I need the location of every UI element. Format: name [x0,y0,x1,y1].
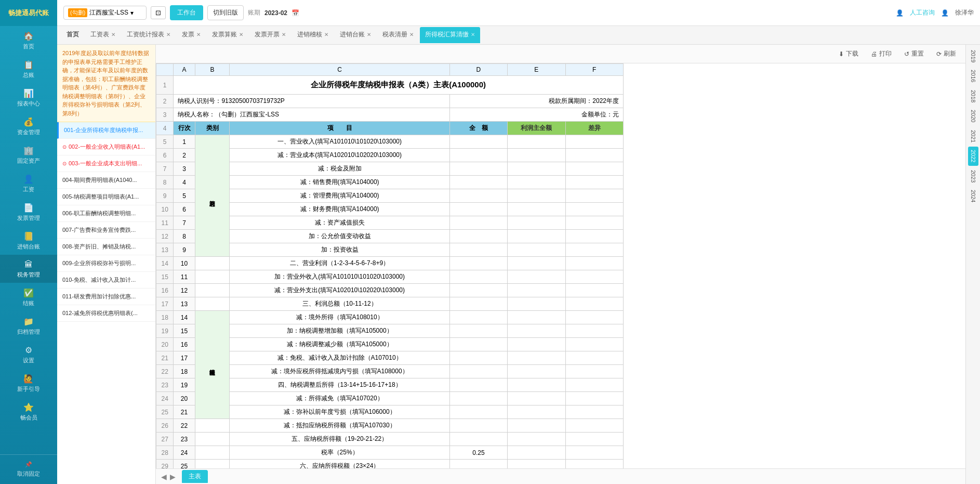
lirun-cell[interactable] [508,338,565,351]
quane-cell[interactable] [449,433,507,446]
chay-cell[interactable] [565,216,623,230]
xiangmu-cell[interactable]: 减：纳税调整减少额（填写A105000） [230,338,449,351]
lirun-cell[interactable] [508,311,565,324]
chay-cell[interactable] [565,203,623,216]
year-item-2022[interactable]: 2022 [968,147,978,165]
chay-cell[interactable] [565,230,623,243]
quane-cell[interactable] [449,351,507,365]
refresh-button[interactable]: ⟳ 刷新 [933,48,959,60]
form-list-item-005[interactable]: 005-纳税调整项目明细表(A1... [57,189,155,205]
xiangmu-cell[interactable]: 加：营业外收入(填写A101010\101020\103000) [230,270,449,284]
xiangmu-cell[interactable]: 加：纳税调整增加额（填写A105000） [230,324,449,338]
sidebar-item-税务管理[interactable]: 🏛税务管理 [0,255,57,283]
tab-close-icon[interactable]: ✕ [239,32,243,37]
form-list-item-006[interactable]: 006-职工薪酬纳税调整明细... [57,205,155,222]
xiangmu-cell[interactable]: 六、应纳所得税额（23×24） [230,460,449,469]
chay-cell[interactable] [565,149,623,162]
year-item-2023[interactable]: 2023 [968,167,978,186]
xiangmu-cell[interactable]: 税率（25%） [230,446,449,460]
xiangmu-cell[interactable]: 三、利润总额（10-11-12） [230,297,449,311]
sidebar-item-工资[interactable]: 👤工资 [0,169,57,198]
sheet-nav-right[interactable]: ▶ [169,473,177,481]
tab-发票算账[interactable]: 发票算账 ✕ [207,27,248,43]
sidebar-item-归档管理[interactable]: 📁归档管理 [0,311,57,340]
lirun-cell[interactable] [508,176,565,189]
quane-cell[interactable] [449,135,507,149]
chay-cell[interactable] [565,351,623,365]
xiangmu-cell[interactable]: 减：弥补以前年度亏损（填写A106000） [230,405,449,419]
human-service-label[interactable]: 人工咨询 [910,8,935,17]
tab-close-icon[interactable]: ✕ [367,32,371,37]
chay-cell[interactable] [565,324,623,338]
quane-cell[interactable] [449,311,507,324]
quane-cell[interactable] [449,338,507,351]
form-list-item-004[interactable]: 004-期间费用明细表(A1040... [57,172,155,189]
lirun-cell[interactable] [508,405,565,419]
xiangmu-cell[interactable]: 减：销售费用(填写A104000) [230,176,449,189]
sidebar-item-设置[interactable]: ⚙设置 [0,340,57,369]
tab-close-icon[interactable]: ✕ [111,32,115,37]
download-button[interactable]: ⬇ 下载 [836,48,862,60]
lirun-cell[interactable] [508,351,565,365]
quane-cell[interactable] [449,405,507,419]
form-list-item-012[interactable]: 012-减免所得税优惠明细表(... [57,305,155,322]
lirun-cell[interactable] [508,365,565,378]
tab-进销台账[interactable]: 进销台账 ✕ [335,27,376,43]
sidebar-item-首页[interactable]: 🏠首页 [0,26,57,55]
xiangmu-cell[interactable]: 四、纳税调整后所得（13-14+15-16-17+18） [230,378,449,392]
sheet-tab-main[interactable]: 主表 [182,470,208,483]
tab-发票[interactable]: 发票 ✕ [177,27,206,43]
sidebar-item-资金管理[interactable]: 💰资金管理 [0,112,57,140]
reset-button[interactable]: ↺ 重置 [901,48,927,60]
chay-cell[interactable] [565,270,623,284]
chay-cell[interactable] [565,243,623,257]
lirun-cell[interactable] [508,270,565,284]
year-item-2021[interactable]: 2021 [968,127,978,146]
print-button[interactable]: 🖨 打印 [868,48,895,60]
form-list-item-002[interactable]: ⊙002-一般企业收入明细表(A1... [57,139,155,155]
xiangmu-cell[interactable]: 五、应纳税所得额（19-20-21-22） [230,433,449,446]
lirun-cell[interactable] [508,162,565,176]
xiangmu-cell[interactable]: 减：税金及附加 [230,162,449,176]
chay-cell[interactable] [565,433,623,446]
lirun-cell[interactable] [508,149,565,162]
tab-close-icon[interactable]: ✕ [471,32,475,37]
lirun-cell[interactable] [508,230,565,243]
quane-cell[interactable]: 0.25 [449,446,507,460]
chay-cell[interactable] [565,135,623,149]
chay-cell[interactable] [565,297,623,311]
form-list-item-001[interactable]: 001-企业所得税年度纳税申报... [57,122,155,139]
tab-close-icon[interactable]: ✕ [282,32,286,37]
lirun-cell[interactable] [508,203,565,216]
tab-进销稽核[interactable]: 进销稽核 ✕ [292,27,334,43]
lirun-cell[interactable] [508,216,565,230]
lirun-cell[interactable] [508,135,565,149]
lirun-cell[interactable] [508,460,565,469]
quane-cell[interactable] [449,162,507,176]
year-item-2016[interactable]: 2016 [968,67,978,85]
chay-cell[interactable] [565,392,623,405]
chay-cell[interactable] [565,378,623,392]
year-item-2019[interactable]: 2019 [968,47,978,66]
tab-close-icon[interactable]: ✕ [324,32,328,37]
tab-close-icon[interactable]: ✕ [196,32,201,37]
quane-cell[interactable] [449,257,507,270]
chay-cell[interactable] [565,365,623,378]
lirun-cell[interactable] [508,419,565,433]
xiangmu-cell[interactable]: 减：管理费用(填写A104000) [230,189,449,203]
quane-cell[interactable] [449,297,507,311]
year-item-2024[interactable]: 2024 [968,187,978,205]
pin-toggle[interactable]: 📌 取消固定 [0,454,57,484]
lirun-cell[interactable] [508,297,565,311]
year-item-2018[interactable]: 2018 [968,87,978,106]
sidebar-item-固定资产[interactable]: 🏢固定资产 [0,140,57,169]
sidebar-item-报表中心[interactable]: 📊报表中心 [0,83,57,112]
xiangmu-cell[interactable]: 减：营业成本(填写A102010\102020\103000) [230,149,449,162]
quane-cell[interactable] [449,419,507,433]
form-list-item-003[interactable]: ⊙003-一般企业成本支出明细... [57,155,155,172]
lirun-cell[interactable] [508,446,565,460]
xiangmu-cell[interactable]: 减：抵扣应纳税所得额（填写A107030） [230,419,449,433]
xiangmu-cell[interactable]: 加：投资收益 [230,243,449,257]
tab-首页[interactable]: 首页 [61,27,84,43]
tab-工资表[interactable]: 工资表 ✕ [85,27,121,43]
